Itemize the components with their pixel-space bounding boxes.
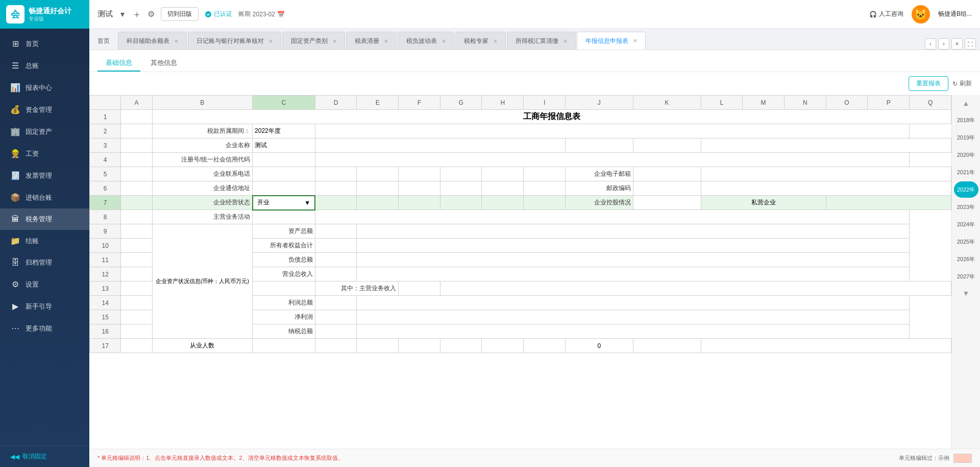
- topbar-settings-btn[interactable]: ⚙: [148, 9, 155, 19]
- sidebar-item-settings[interactable]: ⚙ 设置: [0, 273, 89, 295]
- refresh-btn[interactable]: ↻ 刷新: [952, 79, 972, 88]
- sidebar-item-archive[interactable]: 🗄 归档管理: [0, 252, 89, 273]
- cell-d12[interactable]: [315, 267, 357, 282]
- year-item-2018[interactable]: 2018年: [954, 112, 978, 128]
- cell-c4[interactable]: [253, 153, 315, 167]
- col-header-e[interactable]: E: [357, 96, 399, 110]
- consult-btn[interactable]: 🎧 人工咨询: [869, 10, 903, 18]
- tab-item-2[interactable]: 固定资产类别 ×: [282, 32, 345, 50]
- dropdown-arrow-icon[interactable]: ▼: [304, 199, 310, 206]
- col-header-d[interactable]: D: [315, 96, 357, 110]
- col-header-g[interactable]: G: [440, 96, 482, 110]
- cell-d16[interactable]: [315, 324, 357, 339]
- sidebar-item-tax[interactable]: 🏛 税务管理: [0, 208, 89, 230]
- tab-fullscreen-btn[interactable]: ⛶: [965, 38, 976, 50]
- tab-close-btn[interactable]: ×: [333, 38, 336, 45]
- calendar-icon[interactable]: 📅: [277, 11, 285, 18]
- col-header-i[interactable]: I: [524, 96, 566, 110]
- sidebar-item-inventory[interactable]: 📦 进销台账: [0, 186, 89, 208]
- cell-k5[interactable]: [633, 167, 701, 181]
- col-header-k[interactable]: K: [633, 96, 701, 110]
- year-item-2023[interactable]: 2023年: [954, 199, 978, 215]
- tab-close-btn[interactable]: ×: [175, 38, 178, 45]
- tab-close-btn[interactable]: ×: [442, 38, 446, 45]
- sub-tab-basic[interactable]: 基础信息: [97, 55, 140, 72]
- tab-next-btn[interactable]: ›: [938, 38, 949, 50]
- row-num: 5: [90, 167, 121, 181]
- col-header-c[interactable]: C: [253, 96, 315, 110]
- sidebar-item-salary[interactable]: 👷 工资: [0, 143, 89, 165]
- tab-close-btn[interactable]: ×: [494, 38, 497, 45]
- tab-close-btn[interactable]: ×: [633, 37, 637, 44]
- cell-c6[interactable]: [253, 181, 315, 196]
- col-header-l[interactable]: L: [701, 96, 743, 110]
- sub-tab-other[interactable]: 其他信息: [142, 55, 185, 72]
- user-avatar[interactable]: 🐱: [912, 5, 930, 24]
- cell-d9[interactable]: [315, 224, 357, 239]
- year-item-2021[interactable]: 2021年: [954, 164, 978, 180]
- col-header-p[interactable]: P: [868, 96, 910, 110]
- cell-d11[interactable]: [315, 253, 357, 267]
- sidebar-item-label: 工资: [26, 149, 39, 158]
- tab-item-3[interactable]: 税表清册 ×: [346, 32, 397, 50]
- year-scroll-down-btn[interactable]: ▼: [958, 287, 974, 299]
- sidebar-item-close[interactable]: 📁 结账: [0, 230, 89, 252]
- sidebar-item-invoice[interactable]: 🧾 发票管理: [0, 165, 89, 186]
- cell-d10[interactable]: [315, 239, 357, 253]
- col-header-j[interactable]: J: [565, 96, 633, 110]
- tab-home[interactable]: 首页: [89, 32, 118, 50]
- spreadsheet[interactable]: A B C D E F G H I J K L: [89, 95, 951, 449]
- year-item-2020[interactable]: 2020年: [954, 147, 978, 163]
- reset-report-btn[interactable]: 重置报表: [909, 76, 948, 91]
- year-item-2025[interactable]: 2025年: [954, 233, 978, 250]
- tab-close-btn[interactable]: ×: [269, 38, 273, 45]
- cancel-fixed-btn[interactable]: ◀◀ 取消固定: [0, 446, 89, 467]
- sidebar-item-assets[interactable]: 🏢 固定资产: [0, 121, 89, 143]
- col-header-b[interactable]: B: [152, 96, 252, 110]
- col-header-q[interactable]: Q: [910, 96, 951, 110]
- col-header-a[interactable]: A: [121, 96, 152, 110]
- tab-item-6[interactable]: 所得税汇算清缴 ×: [507, 32, 576, 50]
- cell-c7-dropdown[interactable]: 开业 ▼: [253, 196, 315, 210]
- col-header-n[interactable]: N: [784, 96, 826, 110]
- tab-item-5[interactable]: 税检专家 ×: [455, 32, 506, 50]
- sidebar-item-home[interactable]: ⊞ 首页: [0, 33, 89, 55]
- tab-close-all-btn[interactable]: ×: [951, 38, 963, 50]
- cell-d15[interactable]: [315, 310, 357, 324]
- cell-f13[interactable]: [399, 282, 440, 296]
- cell-c3[interactable]: 测试: [253, 138, 315, 153]
- cell-c5[interactable]: [253, 167, 315, 181]
- tab-item-active[interactable]: 年报信息申报表 ×: [577, 32, 646, 50]
- year-item-2024[interactable]: 2024年: [954, 216, 978, 232]
- cell-k6[interactable]: [633, 181, 701, 196]
- dropdown-cell[interactable]: 开业 ▼: [253, 198, 315, 207]
- year-item-2022[interactable]: 2022年: [954, 181, 978, 198]
- sidebar-item-ledger[interactable]: ☰ 总账: [0, 55, 89, 77]
- sidebar-item-funds[interactable]: 💰 资金管理: [0, 99, 89, 121]
- cell-c17[interactable]: [253, 339, 315, 353]
- tab-close-btn[interactable]: ×: [384, 38, 388, 45]
- cell-c2[interactable]: 2022年度: [253, 124, 315, 138]
- tab-item-0[interactable]: 科目辅助余额表 ×: [118, 32, 187, 50]
- tab-item-1[interactable]: 日记账与银行对账单核对 ×: [188, 32, 281, 50]
- year-item-2026[interactable]: 2026年: [954, 251, 978, 267]
- cell-k7[interactable]: [633, 196, 701, 210]
- year-item-2027[interactable]: 2027年: [954, 268, 978, 285]
- year-item-2019[interactable]: 2019年: [954, 129, 978, 146]
- tab-item-4[interactable]: 税负波动表 ×: [398, 32, 454, 50]
- cell-c8[interactable]: [253, 210, 315, 224]
- topbar-add-btn[interactable]: ＋: [132, 8, 141, 20]
- sidebar-item-reports[interactable]: 📊 报表中心: [0, 77, 89, 99]
- topbar-dropdown-btn[interactable]: ▼: [119, 10, 126, 18]
- col-header-m[interactable]: M: [743, 96, 785, 110]
- sidebar-item-more[interactable]: ⋯ 更多功能: [0, 317, 89, 339]
- cell-d14[interactable]: [315, 296, 357, 310]
- col-header-f[interactable]: F: [399, 96, 440, 110]
- col-header-h[interactable]: H: [482, 96, 524, 110]
- year-scroll-up-btn[interactable]: ▲: [958, 97, 974, 109]
- sidebar-item-guide[interactable]: ▶ 新手引导: [0, 295, 89, 317]
- tab-close-btn[interactable]: ×: [564, 38, 567, 45]
- switch-version-btn[interactable]: 切到旧版: [161, 7, 199, 21]
- tab-prev-btn[interactable]: ‹: [925, 38, 936, 50]
- col-header-o[interactable]: O: [826, 96, 868, 110]
